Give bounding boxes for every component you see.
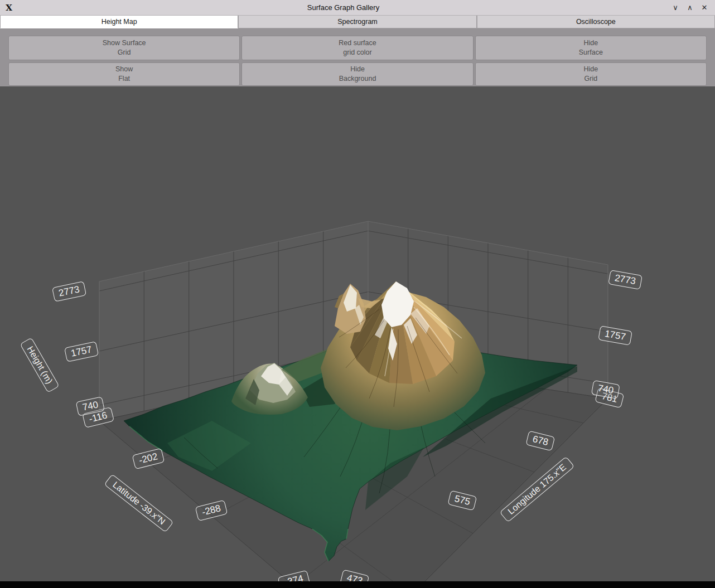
hide-background-button[interactable]: Hide Background xyxy=(241,62,473,86)
bottom-bar xyxy=(0,581,715,588)
maximize-icon[interactable]: ∧ xyxy=(686,1,694,15)
app-icon: X xyxy=(3,3,15,13)
toolbar: Show Surface Grid Red surface grid color… xyxy=(0,28,715,86)
button-label: Grid xyxy=(584,74,598,84)
tab-bar: Height Map Spectrogram Oscilloscope xyxy=(0,16,715,28)
hide-surface-button[interactable]: Hide Surface xyxy=(475,36,707,60)
hide-grid-button[interactable]: Hide Grid xyxy=(475,62,707,86)
window-title: Surface Graph Gallery xyxy=(15,3,671,12)
surface-chart[interactable]: 2773 1757 -116 740 -202 -288 -374 2773 1… xyxy=(0,86,715,581)
button-label: Show Surface xyxy=(103,38,146,48)
button-label: Hide xyxy=(583,38,598,48)
show-surface-grid-button[interactable]: Show Surface Grid xyxy=(8,36,240,60)
button-label: Show xyxy=(115,65,133,74)
minimize-icon[interactable]: ∨ xyxy=(671,1,679,15)
tab-height-map[interactable]: Height Map xyxy=(0,16,238,28)
app-window: X Surface Graph Gallery ∨ ∧ ✕ Height Map… xyxy=(0,0,715,588)
tab-spectrogram[interactable]: Spectrogram xyxy=(238,16,476,28)
button-label: Grid xyxy=(118,48,131,57)
button-label: Surface xyxy=(579,48,603,57)
close-icon[interactable]: ✕ xyxy=(700,1,708,15)
title-bar: X Surface Graph Gallery ∨ ∧ ✕ xyxy=(0,0,715,16)
button-label: Background xyxy=(339,74,376,84)
button-label: Hide xyxy=(583,65,598,74)
button-label: grid color xyxy=(343,48,371,57)
tab-oscilloscope[interactable]: Oscilloscope xyxy=(477,16,715,28)
surface-grid-color-button[interactable]: Red surface grid color xyxy=(241,36,473,60)
button-label: Flat xyxy=(118,74,130,84)
button-label: Red surface xyxy=(339,38,376,48)
button-label: Hide xyxy=(350,65,365,74)
window-controls: ∨ ∧ ✕ xyxy=(671,1,708,15)
show-flat-button[interactable]: Show Flat xyxy=(8,62,240,86)
